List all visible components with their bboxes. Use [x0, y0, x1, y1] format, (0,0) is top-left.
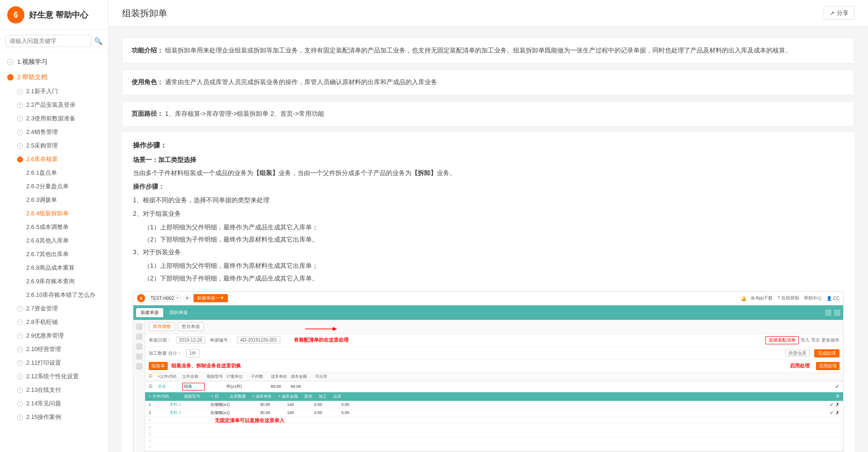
scene1-desc: 当由多个子件材料组装成一个成品的业务为【组装】业务，当由一个父件拆分成多个子产品…: [133, 168, 844, 179]
sidebar: 6 好生意 帮助中心 🔍 + 1.视频学习 − 2.帮助文档 + 2.1新手入门: [0, 0, 108, 452]
step2: 2、对于组装业务: [133, 209, 844, 219]
search-input[interactable]: [5, 35, 91, 47]
nav-leaf-262[interactable]: 2.6.2分量盘点单: [0, 180, 108, 193]
mock-form-row2: 加工数量 合计： 1件 供货仓库 完成处理: [145, 347, 843, 360]
mock-lower-r2-c3: 0.00: [341, 410, 355, 415]
mock-row-icon: ✓: [835, 383, 840, 390]
step3-1: （1）上部明细为父件明细，最终作为原材料生成其它出库单；: [133, 261, 844, 271]
nav-sub-data[interactable]: + 2.3使用前数据准备: [0, 112, 108, 125]
nav-leaf-265[interactable]: 2.6.5成本调整单: [0, 220, 108, 234]
nav-sub-payment[interactable]: + 2.13在线支付: [0, 383, 108, 397]
nav-sub-faq-label: 2.14常见问题: [26, 400, 61, 408]
nav-leaf-267[interactable]: 2.6.7其他出库单: [0, 247, 108, 261]
nav-sub-system-label: 2.12系统个性化设置: [26, 372, 79, 381]
mock-col-spec: 规格型号: [207, 374, 225, 380]
ops-body: 操作步骤： 场景一：加工类型选择 当由多个子件材料组装成一个成品的业务为【组装】…: [122, 132, 854, 452]
mock-lower-row3: 3: [145, 417, 843, 424]
mock-help-icon: ? 在线帮助: [777, 295, 799, 301]
mock-nav-bar: 新建单据 我的单据: [133, 305, 843, 320]
mock-btn-save: 暂存单据: [178, 322, 204, 331]
mock-upper-header: ☑ +父件代码 父件名称 规格型号 计量单位 子件数 成本单价 成本金额 可出库: [145, 372, 843, 381]
mock-lower-col4: 出库数量: [230, 394, 246, 400]
step3: 3、对于拆装业务: [133, 247, 844, 258]
mock-lower-col7: 暂存: [304, 394, 312, 400]
mock-lower-col9: 出库: [333, 394, 341, 400]
nav-sub-purchase[interactable]: + 2.5采购管理: [0, 139, 108, 152]
mock-lower-r2-num: 2: [149, 410, 156, 415]
nav-leaf-263[interactable]: 2.6.3调拨单: [0, 193, 108, 207]
mock-type-row: 组装单 组装业务、拆卸业务在这里切换 启用处理 启用处理: [145, 360, 843, 372]
mock-avatar-icon: 👤 CC: [826, 296, 840, 301]
nav-group-video-title[interactable]: + 1.视频学习: [0, 55, 108, 69]
nav-sub-print[interactable]: + 2.11打印设置: [0, 356, 108, 370]
nav-sub-coupon[interactable]: + 2.9优惠券管理: [0, 329, 108, 343]
nav-sub-system[interactable]: + 2.12系统个性化设置: [0, 370, 108, 383]
nav-sub-cases[interactable]: + 2.15操作案例: [0, 410, 108, 424]
plus-icon-faq: +: [17, 401, 23, 407]
mock-lower-r1-qty: 30.00: [260, 402, 274, 407]
feature-intro-label: 功能介绍：: [132, 47, 163, 54]
nav-sub-data-label: 2.3使用前数据准备: [26, 114, 75, 123]
share-button[interactable]: ↗ 分享: [824, 6, 854, 20]
nav-sub-manage-label: 2.10经营管理: [26, 345, 61, 353]
nav-sub-sales[interactable]: + 2.4销售管理: [0, 125, 108, 139]
mock-row-unit: 件(±1件): [226, 384, 249, 390]
nav-sub-install[interactable]: + 2.2产品安装及登录: [0, 98, 108, 112]
nav-leaf-2610[interactable]: 2.6.10库存账本错了怎么办: [0, 288, 108, 302]
nav-sub-manage[interactable]: + 2.10经营管理: [0, 343, 108, 356]
mock-col-avail: 可出库: [315, 374, 333, 380]
nav-group-docs-title[interactable]: − 2.帮助文档: [0, 70, 108, 85]
mock-lower-r2-c1: 140: [287, 410, 301, 415]
search-button[interactable]: 🔍: [94, 37, 103, 45]
mock-lower-col8: 加工: [319, 394, 327, 400]
mock-lower-col2: 规格型号: [184, 394, 200, 400]
plus-icon-data: +: [17, 116, 23, 122]
mock-sidebar-icon2: [136, 333, 142, 340]
nav-sub-finance[interactable]: + 2.7资金管理: [0, 302, 108, 315]
mock-col-count: 子件数: [251, 374, 269, 380]
mock-warehouse-select: 供货仓库: [785, 350, 810, 357]
feature-intro-text: 组装拆卸单用来处理企业组装或拆卸等加工业务，支持有固定装配清单的产品加工业务，也…: [165, 47, 792, 54]
mock-main: 库存调整 暂存单据 单据日期： 2019-12-26 单据编号： AD-2019…: [133, 320, 843, 452]
mock-row-check: ☑: [149, 384, 156, 389]
nav-sub-faq[interactable]: + 2.14常见问题: [0, 397, 108, 410]
nav-group-video: + 1.视频学习: [0, 55, 108, 69]
plus-icon-coupon: +: [17, 333, 23, 339]
mock-sidebar-icon3: [136, 343, 142, 350]
mock-sidebar-icon4: [136, 353, 142, 360]
mock-type-btn: 组装单: [149, 362, 168, 370]
nav-leaf-269[interactable]: 2.6.9库存账本查询: [0, 275, 108, 288]
mock-col-totalcost: 成本金额: [291, 374, 313, 380]
mock-lower-r1-btns: ✓✗: [830, 402, 840, 408]
nav-sub-new[interactable]: + 2.1新手入门: [0, 85, 108, 98]
mock-lower-icon: ⊞: [836, 394, 840, 400]
feature-intro-section: 功能介绍： 组装拆卸单用来处理企业组装或拆卸等加工业务，支持有固定装配清单的产品…: [122, 38, 854, 64]
logo-text: 好生意 帮助中心: [29, 10, 88, 20]
mock-lower-col6: + 成本金额: [278, 394, 298, 400]
nav-sub-inventory[interactable]: − 2.6库存核算: [0, 152, 108, 166]
mock-form-area: 库存调整 暂存单据 单据日期： 2019-12-26 单据编号： AD-2019…: [145, 320, 843, 452]
mock-r3-num: 3: [149, 418, 151, 423]
mock-form-row1: 单据日期： 2019-12-26 单据编号： AD-20191226-001 有…: [145, 334, 843, 347]
plus-icon-docs: −: [7, 74, 14, 81]
plus-icon-print: +: [17, 360, 23, 366]
mock-r6-num: 6: [149, 438, 151, 443]
mock-btn-add: 库存调整: [149, 322, 175, 331]
plus-icon-video: +: [7, 59, 14, 65]
mock-lower-row4: 4: [145, 424, 843, 431]
plus-icon-mobile: +: [17, 319, 23, 325]
nav-sub-mobile[interactable]: + 2.8手机旺铺: [0, 315, 108, 329]
role-label: 使用角色：: [132, 78, 163, 86]
plus-icon-install: +: [17, 102, 23, 108]
mock-lower-row1: 1 零料 1 仓储物(±1) 30.00 140 0.00 0.00 ✓✗: [145, 401, 843, 409]
mock-col-qty: 计量单位: [226, 374, 249, 380]
mock-annotation1: 有装配清单的在这里处理: [294, 337, 349, 343]
mock-right-info: 供货仓库: [785, 350, 810, 357]
mock-annotation4: 启用处理: [790, 362, 810, 369]
nav-leaf-261[interactable]: 2.6.1盘点单: [0, 166, 108, 180]
nav-leaf-268[interactable]: 2.6.8商品成本重算: [0, 261, 108, 275]
nav-sub-print-label: 2.11打印设置: [26, 359, 61, 367]
mock-lower-r2-btns: ✓✗: [830, 410, 840, 416]
nav-leaf-264[interactable]: 2.6.4组装拆卸单: [0, 207, 108, 220]
nav-leaf-266[interactable]: 2.6.6其他入库单: [0, 234, 108, 247]
